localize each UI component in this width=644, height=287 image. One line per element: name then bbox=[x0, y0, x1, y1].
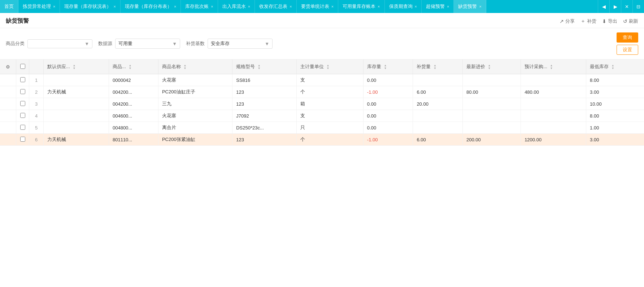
col-product-name-label: 商品名称 bbox=[162, 64, 181, 69]
nav-inventory-status[interactable]: 现存量（库存状况表） × bbox=[60, 0, 120, 13]
col-min-stock-header[interactable]: 最低库存 ▲▼ bbox=[586, 59, 644, 74]
col-checkbox bbox=[16, 59, 29, 74]
col-supplier-header[interactable]: 默认供应... ▲▼ bbox=[44, 59, 109, 74]
nav-inventory-status-close[interactable]: × bbox=[113, 4, 116, 9]
replenish-base-select-value: 安全库存 bbox=[211, 40, 230, 47]
nav-home-label: 首页 bbox=[4, 3, 14, 10]
nav-close-all-btn[interactable]: ⊟ bbox=[632, 0, 644, 13]
col-product-code-header[interactable]: 商品... ▲▼ bbox=[109, 59, 158, 74]
row-est-purchase-0 bbox=[521, 74, 586, 86]
replenish-base-select[interactable]: 安全库存 ▼ bbox=[208, 39, 273, 49]
nav-collect-summary-close[interactable]: × bbox=[290, 4, 292, 9]
category-filter-group: 商品分类 ▼ bbox=[6, 39, 92, 48]
nav-order-stat[interactable]: 要货单统计表 × bbox=[297, 0, 338, 13]
header-actions: ↗ 分享 ＋ 补货 ⬇ 导出 ↺ 刷新 bbox=[560, 18, 638, 25]
row-checkbox-cell-2 bbox=[16, 98, 29, 110]
nav-close-current-btn[interactable]: ✕ bbox=[621, 0, 632, 13]
replenish-action[interactable]: ＋ 补货 bbox=[580, 18, 596, 25]
nav-inout-flow[interactable]: 出入库流水 × bbox=[218, 0, 255, 13]
col-index bbox=[29, 59, 44, 74]
nav-abnormal-close[interactable]: × bbox=[53, 4, 55, 9]
refresh-action[interactable]: ↺ 刷新 bbox=[623, 18, 638, 25]
nav-batch-account[interactable]: 库存批次账 × bbox=[181, 0, 218, 13]
row-product-name-4: 离合片 bbox=[158, 122, 232, 134]
min-stock-sort-icon: ▲▼ bbox=[612, 64, 614, 70]
nav-collect-summary[interactable]: 收发存汇总表 × bbox=[255, 0, 296, 13]
row-replenish-1: 6.00 bbox=[413, 86, 463, 98]
nav-shortage-close[interactable]: × bbox=[479, 4, 481, 9]
row-checkbox-3[interactable] bbox=[20, 113, 25, 118]
replenish-base-filter-group: 补货基数 安全库存 ▼ bbox=[186, 39, 273, 49]
row-stock-5: -1.00 bbox=[363, 134, 413, 146]
row-unit-1: 个 bbox=[296, 86, 363, 98]
row-checkbox-4[interactable] bbox=[20, 125, 25, 130]
export-action[interactable]: ⬇ 导出 bbox=[602, 18, 617, 25]
row-settings-3 bbox=[0, 110, 16, 122]
datasource-label: 数据源 bbox=[98, 40, 112, 47]
row-latest-price-3 bbox=[462, 110, 521, 122]
col-product-name-header[interactable]: 商品名称 ▲▼ bbox=[158, 59, 232, 74]
row-replenish-2: 20.00 bbox=[413, 98, 463, 110]
col-est-purchase-header[interactable]: 预计采购... ▲▼ bbox=[521, 59, 586, 74]
row-est-purchase-2 bbox=[521, 98, 586, 110]
datasource-select[interactable]: 可用量 ▼ bbox=[115, 39, 180, 49]
nav-overstock[interactable]: 超储预警 × bbox=[422, 0, 454, 13]
col-product-code-label: 商品... bbox=[113, 64, 126, 69]
supplier-sort-icon: ▲▼ bbox=[73, 64, 75, 70]
table-settings-icon[interactable]: ⚙ bbox=[4, 62, 12, 71]
table-row: 1 0000042 火花塞 SS816 支 0.00 8.00 bbox=[0, 74, 644, 86]
nav-shortage[interactable]: 缺货预警 × bbox=[454, 0, 486, 13]
row-checkbox-1[interactable] bbox=[20, 89, 25, 94]
select-all-checkbox[interactable] bbox=[20, 64, 25, 69]
col-spec-header[interactable]: 规格型号 ▲▼ bbox=[232, 59, 297, 74]
nav-expiry-close[interactable]: × bbox=[415, 4, 417, 9]
nav-prev-btn[interactable]: ◀ bbox=[598, 0, 609, 13]
row-checkbox-2[interactable] bbox=[20, 101, 25, 106]
row-product-code-1: 004200... bbox=[109, 86, 158, 98]
row-supplier-4 bbox=[44, 122, 109, 134]
query-button[interactable]: 查询 bbox=[617, 32, 638, 43]
data-table: ⚙ 默认供应... ▲▼ 商品... ▲▼ 商品名称 bbox=[0, 59, 644, 146]
table-row: 2 力天机械 004200... PC200油缸庄子 123 个 -1.00 6… bbox=[0, 86, 644, 98]
nav-overstock-close[interactable]: × bbox=[447, 4, 449, 9]
row-est-purchase-5: 1200.00 bbox=[521, 134, 586, 146]
row-index-5: 6 bbox=[29, 134, 44, 146]
setting-button[interactable]: 设置 bbox=[617, 45, 638, 55]
row-latest-price-4 bbox=[462, 122, 521, 134]
export-icon: ⬇ bbox=[602, 18, 606, 24]
nav-inventory-dist-close[interactable]: × bbox=[174, 4, 176, 9]
nav-order-stat-close[interactable]: × bbox=[331, 4, 334, 9]
row-settings-5 bbox=[0, 134, 16, 146]
row-latest-price-2 bbox=[462, 98, 521, 110]
category-label: 商品分类 bbox=[6, 40, 25, 47]
row-stock-2: 0.00 bbox=[363, 98, 413, 110]
row-checkbox-0[interactable] bbox=[20, 77, 25, 82]
row-product-code-5: 801110... bbox=[109, 134, 158, 146]
nav-order-stat-label: 要货单统计表 bbox=[301, 3, 329, 10]
nav-available-ledger-close[interactable]: × bbox=[378, 4, 380, 9]
row-index-2: 3 bbox=[29, 98, 44, 110]
row-index-4: 5 bbox=[29, 122, 44, 134]
row-checkbox-5[interactable] bbox=[20, 137, 25, 142]
nav-home[interactable]: 首页 bbox=[0, 0, 18, 13]
row-replenish-3 bbox=[413, 110, 463, 122]
table-row: 6 力天机械 801110... PC200张紧油缸 123 个 -1.00 6… bbox=[0, 134, 644, 146]
col-stock-header[interactable]: 库存量 ▲▼ bbox=[363, 59, 413, 74]
nav-inventory-dist[interactable]: 现存量（库存分布表） × bbox=[121, 0, 181, 13]
nav-inout-flow-close[interactable]: × bbox=[248, 4, 250, 9]
category-select[interactable]: ▼ bbox=[27, 39, 92, 48]
col-replenish-header[interactable]: 补货量 ▲▼ bbox=[413, 59, 463, 74]
col-latest-price-header[interactable]: 最新进价 ▲▼ bbox=[462, 59, 521, 74]
share-action[interactable]: ↗ 分享 bbox=[560, 18, 575, 25]
row-unit-3: 支 bbox=[296, 110, 363, 122]
col-unit-header[interactable]: 主计量单位 ▲▼ bbox=[296, 59, 363, 74]
row-settings-2 bbox=[0, 98, 16, 110]
nav-expiry[interactable]: 保质期查询 × bbox=[385, 0, 422, 13]
row-index-0: 1 bbox=[29, 74, 44, 86]
nav-batch-account-close[interactable]: × bbox=[211, 4, 213, 9]
row-unit-0: 支 bbox=[296, 74, 363, 86]
nav-next-btn[interactable]: ▶ bbox=[609, 0, 621, 13]
nav-abnormal[interactable]: 拣货异常处理 × bbox=[18, 0, 60, 13]
unit-sort-icon: ▲▼ bbox=[327, 64, 330, 70]
nav-available-ledger[interactable]: 可用量库存账本 × bbox=[338, 0, 384, 13]
